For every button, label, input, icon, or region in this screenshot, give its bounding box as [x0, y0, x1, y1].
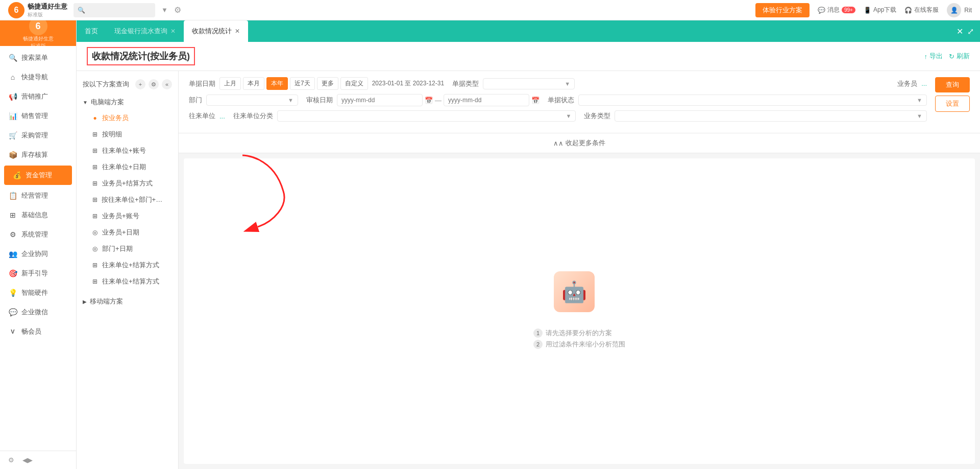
voucher-status-select[interactable]: ▼	[578, 95, 927, 106]
sidebar-item-operations[interactable]: 📋 经营管理	[0, 186, 76, 205]
collapse-scheme-btn[interactable]: «	[162, 79, 172, 89]
app-download-btn[interactable]: 📱 App下载	[864, 6, 896, 14]
scheme-salesperson-date[interactable]: ◎ 业务员+日期	[77, 224, 178, 241]
tab-home[interactable]: 首页	[77, 20, 106, 42]
counterpart-label: 往来单位	[189, 111, 215, 121]
collapse-icon: ∧∧	[553, 139, 564, 147]
counterpart-more-btn[interactable]: ...	[219, 112, 225, 120]
tab-bar: 首页 现金银行流水查询 ✕ 收款情况统计 ✕ ✕ ⤢	[77, 20, 980, 42]
scheme-by-detail[interactable]: ⊞ 按明细	[77, 126, 178, 143]
sidebar-item-member[interactable]: V 畅会员	[0, 322, 76, 341]
collapse-bar[interactable]: ∧∧ 收起更多条件	[179, 133, 980, 153]
collapse-button[interactable]: ∧∧ 收起更多条件	[553, 138, 605, 148]
filter-sidebar-actions: + ⚙ «	[135, 79, 172, 89]
sidebar-item-wechat[interactable]: 💬 企业微信	[0, 302, 76, 322]
scheme-by-salesperson[interactable]: ● 按业务员	[77, 110, 178, 126]
add-scheme-btn[interactable]: +	[135, 79, 145, 89]
tab-close-cashflow[interactable]: ✕	[170, 28, 176, 35]
settings-icon[interactable]: ⚙	[174, 5, 181, 15]
calendar-start-icon[interactable]: 📅	[425, 97, 433, 104]
date-btn-custom[interactable]: 自定义	[340, 77, 368, 90]
review-date-inputs: 📅 — 📅	[337, 94, 540, 106]
voucher-type-select[interactable]: ▼	[483, 78, 575, 89]
counterpart-category-filter: 往来单位分类 ▼	[233, 110, 576, 122]
tab-cashflow[interactable]: 现金银行流水查询 ✕	[106, 20, 184, 42]
counterpart-filter: 往来单位 ...	[189, 111, 225, 121]
sidebar-item-system[interactable]: ⚙ 系统管理	[0, 225, 76, 244]
scheme-dept-date[interactable]: ◎ 部门+日期	[77, 241, 178, 257]
sidebar-item-search[interactable]: 🔍 搜索菜单	[0, 48, 76, 67]
review-date-filter: 审核日期 📅 — 📅	[306, 94, 540, 106]
scheme-counterpart-account[interactable]: ⊞ 往来单位+账号	[77, 143, 178, 159]
sidebar-item-marketing[interactable]: 📢 营销推广	[0, 87, 76, 106]
review-date-start-input[interactable]	[337, 94, 423, 106]
online-service-btn[interactable]: 🎧 在线客服	[904, 6, 939, 14]
sidebar-item-basicinfo[interactable]: ⊞ 基础信息	[0, 205, 76, 225]
business-type-chevron: ▼	[917, 113, 922, 119]
date-btn-thisyear[interactable]: 本年	[266, 77, 288, 90]
finance-icon: 💰	[12, 171, 21, 180]
collapse-sidebar-icon[interactable]: ◀▶	[22, 456, 33, 464]
settings-button[interactable]: 设置	[935, 96, 970, 112]
search-icon: 🔍	[78, 7, 85, 14]
sidebar-item-guide[interactable]: 🎯 新手引导	[0, 264, 76, 283]
query-button[interactable]: 查询	[935, 77, 970, 92]
dropdown-arrow[interactable]: ▼	[161, 6, 168, 14]
dept-collect-icon: ⊞	[91, 196, 99, 204]
refresh-icon: ↻	[949, 53, 954, 60]
hardware-icon: 💡	[8, 288, 17, 297]
settlement-icon: ⊞	[91, 179, 99, 187]
message-badge: 99+	[842, 7, 855, 13]
counterpart-category-label: 往来单位分类	[233, 111, 273, 121]
tab-receivables[interactable]: 收款情况统计 ✕	[184, 20, 248, 42]
trial-button[interactable]: 体验行业方案	[755, 3, 810, 17]
business-type-select[interactable]: ▼	[615, 110, 927, 122]
date-btn-7days[interactable]: 近7天	[290, 77, 315, 90]
sidebar-item-label: 新手引导	[21, 269, 48, 278]
refresh-button[interactable]: ↻ 刷新	[949, 52, 970, 61]
scheme-counterpart-date[interactable]: ⊞ 往来单位+日期	[77, 159, 178, 175]
sidebar-item-sales[interactable]: 📊 销售管理	[0, 106, 76, 126]
date-btn-more[interactable]: 更多	[317, 77, 338, 90]
tab-fullscreen-icon[interactable]: ⤢	[967, 27, 974, 36]
scheme-salesperson-account[interactable]: ⊞ 业务员+账号	[77, 208, 178, 224]
sidebar-item-inventory[interactable]: 📦 库存核算	[0, 145, 76, 165]
date-btn-lastmonth[interactable]: 上月	[219, 77, 241, 90]
scheme-counterpart-settlement1[interactable]: ⊞ 往来单位+结算方式	[77, 257, 178, 273]
scheme-counterpart-dept-collect[interactable]: ⊞ 按往来单位+部门+收...	[77, 192, 178, 208]
tab-close-all-icon[interactable]: ✕	[957, 27, 963, 36]
dept-date-icon: ◎	[91, 245, 99, 253]
desktop-group-title[interactable]: ▼ 电脑端方案	[77, 95, 178, 110]
tab-close-receivables[interactable]: ✕	[235, 28, 240, 35]
counterpart-category-select[interactable]: ▼	[277, 110, 576, 122]
system-icon: ⚙	[8, 230, 17, 239]
sidebar-item-hardware[interactable]: 💡 智能硬件	[0, 283, 76, 302]
mobile-group-title[interactable]: ▶ 移动端方案	[77, 294, 178, 309]
sidebar-item-label: 畅会员	[21, 327, 41, 336]
body-area: 按以下方案查询 + ⚙ « ▼ 电脑端方案 ●	[77, 71, 980, 469]
scheme-salesperson-settlement[interactable]: ⊞ 业务员+结算方式	[77, 175, 178, 192]
dept-select[interactable]: ▼	[206, 95, 298, 106]
export-icon: ↑	[924, 53, 928, 60]
voucher-type-chevron: ▼	[565, 81, 570, 87]
sidebar-item-quicknav[interactable]: ⌂ 快捷导航	[0, 67, 76, 87]
sidebar-menu: 🔍 搜索菜单 ⌂ 快捷导航 📢 营销推广 📊 销售管理 🛒 采购管理	[0, 46, 76, 451]
filter-row-2a: 部门 ▼ 审核日期	[189, 94, 927, 106]
settings-footer-icon[interactable]: ⚙	[8, 456, 14, 464]
scheme-counterpart-settlement2[interactable]: ⊞ 往来单位+结算方式	[77, 273, 178, 290]
sidebar-item-finance[interactable]: 💰 资金管理	[4, 166, 72, 185]
voucher-status-label: 单据状态	[548, 96, 574, 105]
voucher-status-filter: 单据状态 ▼	[548, 95, 927, 106]
brand-area: 6 畅捷通好生意 标准版	[8, 2, 67, 18]
salesperson-more-btn[interactable]: ...	[921, 80, 927, 87]
date-btn-thismonth[interactable]: 本月	[243, 77, 264, 90]
messages-btn[interactable]: 💬 消息 99+	[818, 6, 855, 14]
calendar-end-icon[interactable]: 📅	[531, 97, 540, 104]
export-button[interactable]: ↑ 导出	[924, 52, 943, 61]
sidebar-item-purchase[interactable]: 🛒 采购管理	[0, 126, 76, 145]
sidebar-item-collab[interactable]: 👥 企业协同	[0, 244, 76, 264]
scheme-settings-btn[interactable]: ⚙	[149, 79, 159, 89]
sidebar: 6 畅捷通好生意 标准版 🔍 搜索菜单 ⌂ 快捷导航 📢 营销推广	[0, 20, 77, 469]
review-date-end-input[interactable]	[444, 94, 529, 106]
top-search[interactable]: 🔍	[74, 3, 155, 17]
